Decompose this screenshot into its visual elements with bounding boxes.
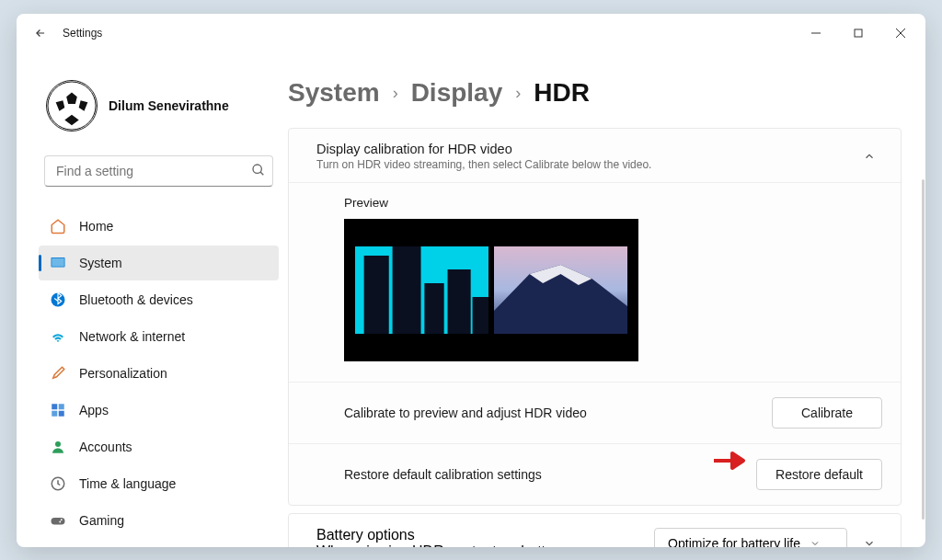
nav-label: Bluetooth & devices [79,292,193,307]
home-icon [50,218,66,234]
person-icon [50,439,66,455]
restore-label: Restore default calibration settings [344,467,756,482]
scrollbar[interactable] [922,179,925,520]
breadcrumb: System › Display › HDR [288,78,902,108]
svg-rect-1 [855,29,862,37]
calibrate-row: Calibrate to preview and adjust HDR vide… [289,382,901,443]
search-box[interactable] [44,155,273,187]
nav-label: Apps [79,403,109,417]
gaming-icon [50,512,66,529]
nav-accounts[interactable]: Accounts [39,429,279,464]
nav-personalization[interactable]: Personalization [39,356,279,391]
preview-mountain [494,246,627,334]
nav-label: Accounts [79,440,132,454]
brush-icon [50,365,66,382]
preview-image [344,219,638,361]
svg-point-21 [61,519,63,520]
nav-list: Home System Bluetooth & devices Network … [39,209,279,547]
svg-rect-25 [364,256,389,334]
nav-accessibility[interactable]: Accessibility [39,540,279,547]
chevron-right-icon: › [393,84,398,103]
nav-label: Gaming [79,513,124,528]
nav-label: Network & internet [79,329,185,344]
system-icon [50,255,66,271]
preview-label: Preview [344,196,873,210]
svg-point-22 [59,521,61,523]
restore-row: Restore default calibration settings Res… [289,443,901,505]
sidebar: Dilum Senevirathne Home System [17,52,288,547]
nav-time-language[interactable]: Time & language [39,466,279,501]
breadcrumb-system[interactable]: System [288,78,380,108]
svg-rect-27 [424,283,443,334]
nav-label: Time & language [79,476,176,491]
nav-gaming[interactable]: Gaming [39,503,279,538]
svg-rect-14 [52,404,57,409]
preview-city-silhouette [355,246,488,334]
expand-button[interactable] [856,531,882,547]
minimize-button[interactable] [795,18,837,48]
user-name: Dilum Senevirathne [109,98,229,113]
search-icon [251,163,266,181]
card-header[interactable]: Display calibration for HDR video Turn o… [289,129,901,182]
svg-rect-26 [393,246,421,334]
nav-network[interactable]: Network & internet [39,319,279,354]
bluetooth-icon [50,291,66,308]
titlebar: Settings [17,14,925,52]
breadcrumb-display[interactable]: Display [411,78,503,108]
profile[interactable]: Dilum Senevirathne [46,80,279,131]
back-button[interactable] [24,17,57,50]
dropdown-value: Optimize for battery life [668,536,800,547]
window-controls [795,18,922,48]
svg-rect-20 [52,518,65,525]
card-title: Display calibration for HDR video [316,142,856,156]
calibrate-button[interactable]: Calibrate [772,397,882,429]
app-title: Settings [63,27,102,40]
nav-bluetooth[interactable]: Bluetooth & devices [39,282,279,317]
card-subtitle: Turn on HDR video streaming, then select… [316,158,856,171]
svg-rect-28 [448,269,471,334]
svg-rect-29 [473,297,488,334]
maximize-button[interactable] [837,18,879,48]
svg-line-10 [260,172,263,175]
apps-icon [50,402,66,418]
calibrate-label: Calibrate to preview and adjust HDR vide… [344,406,772,420]
search-input[interactable] [44,155,273,187]
battery-subtitle: When viewing HDR content on battery powe… [316,543,654,547]
nav-apps[interactable]: Apps [39,393,279,428]
nav-label: Personalization [79,366,167,381]
svg-point-18 [55,441,61,447]
close-button[interactable] [879,18,922,48]
svg-point-9 [253,165,261,173]
breadcrumb-current: HDR [534,78,590,108]
collapse-button[interactable] [856,143,882,169]
battery-title: Battery options [316,527,654,543]
battery-dropdown[interactable]: Optimize for battery life [654,528,847,547]
preview-section: Preview [289,182,901,382]
restore-default-button[interactable]: Restore default [756,459,882,490]
clock-icon [50,475,66,492]
nav-home[interactable]: Home [39,209,279,244]
avatar [46,80,98,131]
hdr-calibration-card: Display calibration for HDR video Turn o… [288,128,902,506]
chevron-down-icon [810,538,821,547]
svg-rect-12 [52,258,64,267]
nav-system[interactable]: System [39,246,279,280]
battery-options-card: Battery options When viewing HDR content… [288,513,902,547]
svg-rect-16 [52,411,57,417]
settings-window: Settings Dilum Senevirathne [17,14,925,547]
nav-label: System [79,256,122,270]
chevron-right-icon: › [515,84,521,103]
nav-label: Home [79,219,113,234]
svg-rect-15 [59,404,64,409]
svg-rect-17 [59,411,64,417]
main-content: System › Display › HDR Display calibrati… [288,52,925,547]
wifi-icon [50,328,66,345]
